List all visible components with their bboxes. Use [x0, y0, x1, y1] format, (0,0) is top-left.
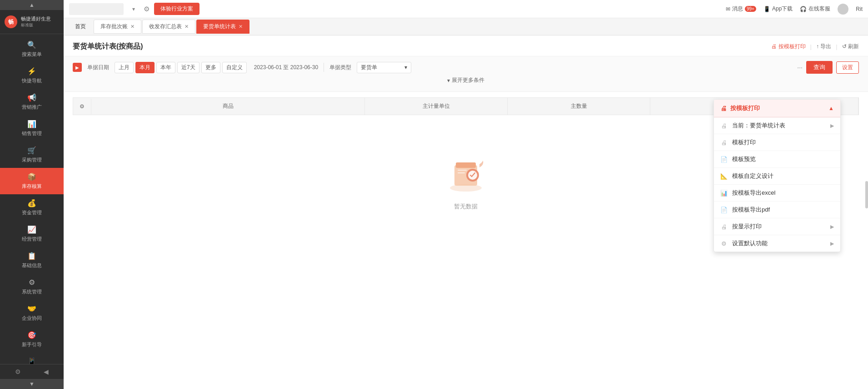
messages-btn[interactable]: ✉ 消息 99+ — [726, 5, 756, 13]
sidebar-icon-operations: 📈 — [27, 225, 36, 234]
date-btn-current-year[interactable]: 本年 — [156, 62, 175, 73]
tab-receipt-summary[interactable]: 收发存汇总表✕ — [142, 20, 195, 34]
footer-sound-icon[interactable]: ◀ — [44, 368, 49, 375]
current-template-chevron: ▶ — [830, 123, 834, 129]
online-support-btn[interactable]: 🎧 在线客服 — [800, 5, 830, 13]
sidebar-icon-collab: 🤝 — [27, 304, 36, 313]
current-template-icon: 🖨 — [720, 122, 728, 129]
tabs-bar: 首页库存批次账✕收发存汇总表✕要货单统计表✕ — [64, 18, 868, 35]
tab-label-receipt-summary: 收发存汇总表 — [149, 23, 182, 30]
topbar-gear-icon[interactable]: ⚙ — [144, 5, 150, 13]
search-dropdown-btn[interactable]: ▾ — [128, 4, 139, 15]
print-dropdown-menu: 🖨 按模板打印 ▲ 🖨 当前：要货单统计表 ▶ 🖨 模板打印 📄 模板预览 — [713, 99, 841, 252]
sidebar-icon-basic: 📋 — [27, 252, 36, 260]
resize-handle[interactable] — [865, 181, 868, 208]
dropdown-item-template-print[interactable]: 🖨 模板打印 — [714, 134, 840, 151]
sidebar-item-marketing[interactable]: 📢营销推广 — [0, 89, 64, 115]
sidebar-item-search[interactable]: 🔍搜索菜单 — [0, 36, 64, 62]
dropdown-item-set-default[interactable]: ⚙ 设置默认功能 ▶ — [714, 235, 840, 252]
dropdown-item-export-excel[interactable]: 📊 按模板导出excel — [714, 185, 840, 202]
tab-close-order-stats[interactable]: ✕ — [239, 24, 243, 30]
tab-home[interactable]: 首页 — [68, 20, 93, 34]
online-support-label: 在线客服 — [808, 5, 830, 13]
th-unit: 主计量单位 — [365, 98, 508, 115]
set-default-icon: ⚙ — [720, 240, 728, 247]
sidebar-icon-app-center: 📱 — [27, 357, 36, 364]
dropdown-title: 🖨 按模板打印 — [720, 104, 760, 112]
sidebar-item-guide[interactable]: 🎯新手引导 — [0, 326, 64, 353]
sidebar-scroll-down[interactable]: ▼ — [0, 379, 64, 389]
date-btn-last-7[interactable]: 近7天 — [177, 62, 200, 73]
tab-label-batch-accounts: 库存批次账 — [100, 23, 128, 30]
sidebar-icon-finance: 💰 — [27, 199, 36, 207]
filter-expand-icon[interactable]: ▶ — [73, 63, 82, 72]
th-settings[interactable]: ⚙ — [73, 99, 91, 114]
svg-rect-6 — [458, 172, 465, 173]
tab-label-home: 首页 — [75, 23, 86, 30]
app-download-btn[interactable]: 📱 App下载 — [763, 5, 793, 13]
sidebar-item-basic[interactable]: 📋基础信息 — [0, 247, 64, 273]
dropdown-item-export-pdf[interactable]: 📄 按模板导出pdf — [714, 202, 840, 218]
date-btn-more[interactable]: 更多 — [201, 62, 220, 73]
svg-rect-2 — [456, 162, 476, 168]
dropdown-close-chevron[interactable]: ▲ — [828, 105, 834, 111]
sidebar-label-marketing: 营销推广 — [22, 104, 42, 111]
date-btn-custom[interactable]: 自定义 — [222, 62, 247, 73]
messages-badge: 99+ — [745, 6, 756, 12]
tab-order-stats[interactable]: 要货单统计表✕ — [196, 20, 249, 34]
type-filter-label: 单据类型 — [329, 64, 351, 71]
tab-close-receipt-summary[interactable]: ✕ — [185, 24, 189, 30]
template-print-btn[interactable]: 🖨 按模板打印 — [771, 43, 805, 51]
empty-text: 暂无数据 — [454, 202, 478, 211]
sidebar-item-finance[interactable]: 💰资金管理 — [0, 194, 64, 221]
set-default-label: 设置默认功能 — [732, 239, 768, 248]
refresh-btn[interactable]: ↺ 刷新 — [842, 43, 859, 51]
main-area: ▾ ⚙ 体验行业方案 ✉ 消息 99+ 📱 App下载 🎧 在线客服 Rit 首… — [64, 0, 868, 389]
settings-btn[interactable]: 设置 — [836, 61, 859, 74]
type-filter-value: 要货单 — [361, 64, 377, 71]
sidebar-item-operations[interactable]: 📈经营管理 — [0, 221, 64, 247]
export-excel-icon: 📊 — [720, 190, 728, 197]
tab-close-batch-accounts[interactable]: ✕ — [130, 24, 135, 30]
date-filter-label: 单据日期 — [87, 64, 109, 71]
tab-batch-accounts[interactable]: 库存批次账✕ — [94, 20, 141, 34]
sidebar-item-inventory[interactable]: 📦库存核算 — [0, 168, 64, 194]
sidebar-scroll-up[interactable]: ▲ — [0, 0, 64, 10]
expand-more-btn[interactable]: ▾ 展开更多条件 — [447, 76, 484, 84]
type-filter-select[interactable]: 要货单 ▾ — [357, 62, 411, 73]
search-input[interactable] — [69, 3, 124, 15]
sidebar-item-app-center[interactable]: 📱应用中心 — [0, 353, 64, 364]
username[interactable]: Rit — [856, 6, 863, 12]
user-avatar[interactable] — [838, 4, 848, 15]
date-btn-prev-month[interactable]: 上月 — [115, 62, 134, 73]
display-print-icon: 🖨 — [720, 223, 728, 230]
sidebar-item-collab[interactable]: 🤝企业协同 — [0, 300, 64, 326]
export-btn[interactable]: ↑ 导出 — [816, 43, 831, 51]
sidebar-label-sales: 销售管理 — [22, 130, 42, 137]
sidebar-label-quick-nav: 快捷导航 — [22, 77, 42, 84]
sidebar-label-inventory: 库存核算 — [22, 183, 42, 190]
th-quantity: 主数量 — [508, 98, 650, 115]
footer-settings-icon[interactable]: ⚙ — [15, 368, 21, 375]
sidebar-label-purchase: 采购管理 — [22, 157, 42, 163]
dropdown-item-current-template[interactable]: 🖨 当前：要货单统计表 ▶ — [714, 117, 840, 134]
sidebar-item-sales[interactable]: 📊销售管理 — [0, 115, 64, 141]
sidebar-item-purchase[interactable]: 🛒采购管理 — [0, 141, 64, 168]
sidebar-label-finance: 资金管理 — [22, 209, 42, 216]
app-name: 畅捷通好生意 — [21, 15, 51, 22]
industry-btn[interactable]: 体验行业方案 — [154, 3, 200, 15]
dropdown-item-display-print[interactable]: 🖨 按显示打印 ▶ — [714, 218, 840, 235]
filter-more-row: ▾ 展开更多条件 — [73, 74, 859, 87]
sidebar-footer: ⚙ ◀ — [0, 364, 64, 379]
sidebar-icon-purchase: 🛒 — [27, 146, 36, 155]
dropdown-item-template-preview[interactable]: 📄 模板预览 — [714, 151, 840, 168]
sidebar-item-quick-nav[interactable]: ⚡快捷导航 — [0, 62, 64, 89]
sidebar-item-system[interactable]: ⚙系统管理 — [0, 273, 64, 300]
date-range-display: 2023-06-01 至 2023-06-30 — [254, 64, 318, 71]
dropdown-item-template-custom[interactable]: 📐 模板自定义设计 — [714, 168, 840, 185]
display-print-label: 按显示打印 — [732, 222, 762, 231]
page-title: 要货单统计表(按商品) — [73, 42, 143, 51]
more-options-btn[interactable]: ··· — [797, 64, 803, 71]
query-btn[interactable]: 查询 — [806, 61, 833, 74]
date-btn-current-month[interactable]: 本月 — [135, 62, 155, 73]
